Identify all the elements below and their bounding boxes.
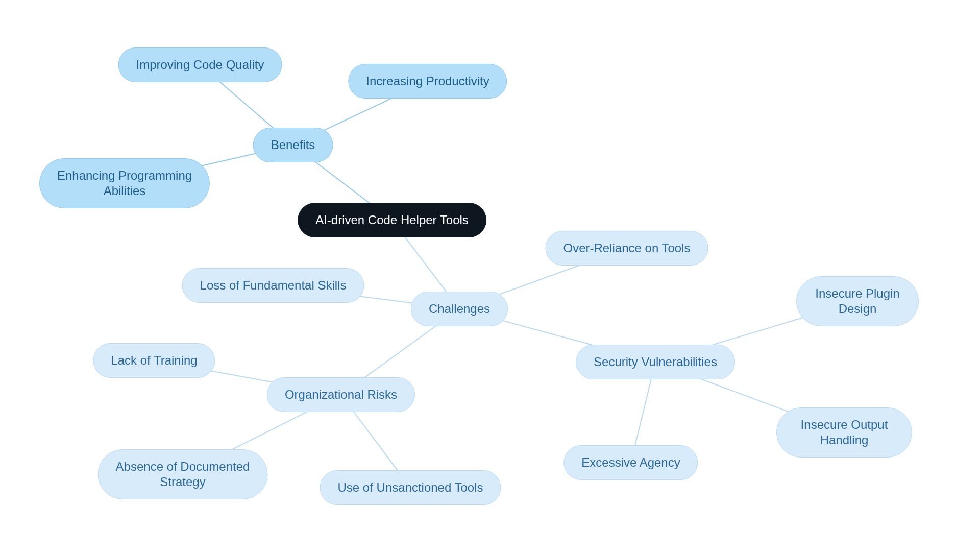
edge-challenges-to-security [498,320,605,349]
node-insecure-plugin: Insecure Plugin Design [796,276,919,326]
edge-org-risks-to-unsanctioned-tools [354,412,398,470]
node-security: Security Vulnerabilities [576,345,735,379]
edge-challenges-to-org-risks [364,324,438,378]
edge-benefits-to-improving-code-quality [219,82,275,130]
edge-org-risks-to-lack-training [205,370,282,384]
node-improving-code-quality: Improving Code Quality [118,47,282,82]
edge-security-to-excessive-agency [635,379,651,445]
edge-root-to-benefits [313,160,370,203]
node-insecure-output: Insecure Output Handling [776,407,912,458]
node-org-risks: Organizational Risks [267,377,415,412]
node-benefits: Benefits [253,128,333,162]
node-unsanctioned-tools: Use of Unsanctioned Tools [320,470,501,505]
node-increasing-productivity: Increasing Productivity [348,64,507,99]
edge-security-to-insecure-plugin [702,316,808,348]
edge-benefits-to-increasing-productivity [320,97,395,132]
edge-org-risks-to-absence-strategy [226,411,310,453]
node-enhancing-programming: Enhancing Programming Abilities [39,158,210,208]
node-root: AI-driven Code Helper Tools [298,203,486,237]
node-lack-training: Lack of Training [93,343,215,378]
node-excessive-agency: Excessive Agency [564,445,698,480]
node-challenges: Challenges [411,292,508,326]
edge-security-to-insecure-output [696,377,797,415]
node-over-reliance: Over-Reliance on Tools [545,231,708,266]
edge-root-to-challenges [405,237,447,293]
node-loss-skills: Loss of Fundamental Skills [182,268,364,303]
edge-challenges-to-over-reliance [494,263,585,296]
node-absence-strategy: Absence of Documented Strategy [98,449,268,499]
